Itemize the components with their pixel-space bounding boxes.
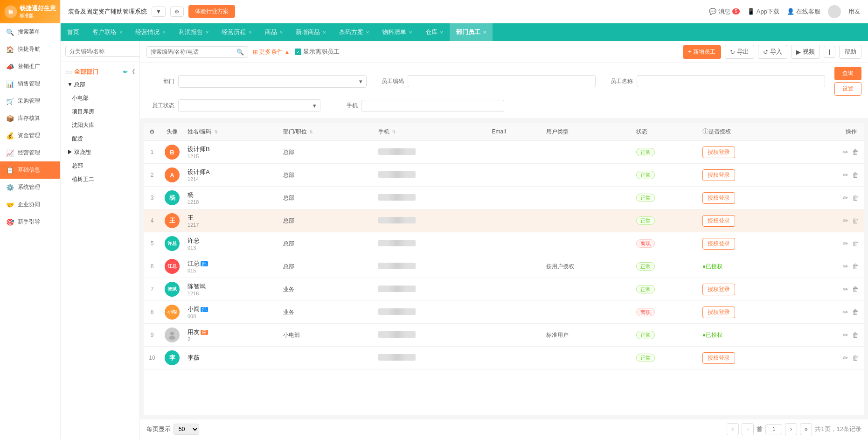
page-input[interactable]: [765, 424, 782, 434]
next-page-btn[interactable]: ›: [785, 423, 797, 435]
search-input[interactable]: [151, 49, 235, 55]
app-download-btn[interactable]: 📱 App下载: [747, 7, 779, 16]
tab-home[interactable]: 首页: [61, 23, 86, 41]
dept-item-project[interactable]: 项目库房: [61, 105, 139, 118]
tab-warehouse[interactable]: 仓库×: [419, 23, 450, 41]
edit-icon[interactable]: ✏: [843, 263, 848, 270]
phone-filter-input[interactable]: [361, 100, 504, 112]
trial-plan-btn[interactable]: 体验行业方案: [188, 5, 235, 18]
dept-collapse-icon[interactable]: 《: [129, 68, 135, 76]
edit-icon[interactable]: ✏: [843, 194, 848, 202]
authorize-btn[interactable]: 授权登录: [702, 192, 735, 204]
delete-icon[interactable]: 🗑: [852, 286, 859, 293]
sidebar-item-purchase[interactable]: 🛒采购管理: [0, 92, 60, 110]
authorize-btn[interactable]: 授权登录: [702, 215, 735, 227]
tab-close-add-goods[interactable]: ×: [323, 29, 326, 35]
prev-page-btn[interactable]: ‹: [742, 423, 754, 435]
tab-close-goods[interactable]: ×: [280, 29, 283, 35]
sidebar-item-sales[interactable]: 📊销售管理: [0, 75, 60, 92]
help-btn[interactable]: |: [824, 46, 835, 58]
tab-close-profit[interactable]: ×: [206, 29, 208, 35]
dropdown-btn[interactable]: ▼: [152, 7, 166, 17]
sidebar-item-basic-info[interactable]: 📋基础信息: [0, 161, 60, 179]
authorize-btn[interactable]: 授权登录: [702, 146, 735, 158]
dept-item-shuangluxiang[interactable]: ▶ 双鹿想: [61, 146, 139, 159]
dept-section-title[interactable]: ≡≡ 全部部门 ✏ 《: [61, 66, 139, 78]
dept-item-shenyang[interactable]: 沈阳大库: [61, 118, 139, 132]
tab-bom[interactable]: 物料清单×: [375, 23, 418, 41]
more-btn[interactable]: 帮助: [839, 45, 861, 59]
empcode-filter-input[interactable]: [408, 75, 596, 87]
sidebar-item-guide[interactable]: 🎯新手引导: [0, 213, 60, 230]
settings-icon[interactable]: ⚙: [149, 128, 155, 135]
sidebar-item-inventory[interactable]: 📦库存核算: [0, 110, 60, 127]
reset-btn[interactable]: 设置: [834, 82, 861, 96]
tab-close-operations[interactable]: ×: [162, 29, 165, 35]
edit-icon[interactable]: ✏: [843, 354, 848, 362]
sidebar-item-quicknav[interactable]: 🏠快捷导航: [0, 41, 60, 58]
delete-icon[interactable]: 🗑: [852, 308, 859, 316]
tab-operations[interactable]: 经营情况×: [129, 23, 172, 41]
page-size-select[interactable]: 50 20 100: [174, 424, 199, 435]
col-dept[interactable]: 部门/职位 ⇅: [279, 123, 375, 141]
dept-item-zhishu[interactable]: 植树王二: [61, 173, 139, 186]
query-btn[interactable]: 查询: [834, 67, 861, 80]
edit-icon[interactable]: ✏: [843, 286, 848, 293]
tab-customer[interactable]: 客户联络×: [86, 23, 129, 41]
delete-icon[interactable]: 🗑: [852, 217, 859, 224]
dept-item-xiaodibu[interactable]: 小电部: [61, 91, 139, 105]
settings-btn[interactable]: ⚙: [170, 7, 184, 17]
sidebar-item-system[interactable]: ⚙️系统管理: [0, 179, 60, 196]
authorize-btn[interactable]: 授权登录: [702, 169, 735, 181]
dept-item-zongbu[interactable]: 总部: [61, 159, 139, 173]
tab-close-barcode[interactable]: ×: [366, 29, 369, 35]
edit-icon[interactable]: ✏: [843, 331, 848, 339]
tab-close-history[interactable]: ×: [249, 29, 251, 35]
tab-history[interactable]: 经营历程×: [215, 23, 258, 41]
tab-close-customer[interactable]: ×: [119, 29, 122, 35]
dept-search-input[interactable]: [65, 46, 140, 57]
first-page-btn[interactable]: «: [727, 423, 739, 435]
import-btn[interactable]: ↺ 导入: [758, 45, 787, 59]
tab-close-warehouse[interactable]: ×: [440, 29, 443, 35]
sidebar-item-collab[interactable]: 🤝企业协同: [0, 196, 60, 213]
empstatus-filter-select[interactable]: ▾: [178, 99, 320, 112]
tab-goods[interactable]: 商品×: [258, 23, 289, 41]
delete-icon[interactable]: 🗑: [852, 240, 859, 247]
col-name[interactable]: 姓名/编码 ⇅: [184, 123, 279, 141]
tab-employees[interactable]: 部门员工×: [450, 23, 493, 41]
edit-icon[interactable]: ✏: [843, 217, 848, 224]
edit-icon[interactable]: ✏: [843, 240, 848, 247]
edit-icon[interactable]: ✏: [843, 148, 848, 156]
delete-icon[interactable]: 🗑: [852, 331, 859, 339]
delete-icon[interactable]: 🗑: [852, 354, 859, 362]
edit-icon[interactable]: ✏: [843, 308, 848, 316]
delete-icon[interactable]: 🗑: [852, 148, 859, 156]
sidebar-item-operations[interactable]: 📈经营管理: [0, 144, 60, 161]
col-phone[interactable]: 手机 ⇅: [375, 123, 488, 141]
messages-btn[interactable]: 💬 消息 5: [709, 7, 740, 16]
tab-close-employees[interactable]: ×: [483, 29, 486, 35]
show-departed-toggle[interactable]: ✓ 显示离职员工: [295, 48, 340, 56]
delete-icon[interactable]: 🗑: [852, 171, 859, 179]
sidebar-item-finance[interactable]: 💰资金管理: [0, 127, 60, 144]
sidebar-item-search[interactable]: 🔍搜索菜单: [0, 23, 60, 41]
search-icon[interactable]: 🔍: [236, 49, 244, 56]
delete-icon[interactable]: 🗑: [852, 263, 859, 270]
dept-item-root[interactable]: ▼ 总部: [61, 78, 139, 91]
sidebar-item-marketing[interactable]: 📣营销推广: [0, 58, 60, 75]
last-page-btn[interactable]: »: [800, 423, 812, 435]
tab-profit[interactable]: 利润报告×: [172, 23, 215, 41]
authorize-btn[interactable]: 授权登录: [702, 307, 735, 318]
authorize-btn[interactable]: 授权登录: [702, 284, 735, 295]
add-employee-btn[interactable]: + 新增员工: [683, 45, 721, 59]
more-conditions-btn[interactable]: ⊞ 更多条件 ▲: [253, 48, 290, 56]
online-service-btn[interactable]: 👤 在线客服: [787, 7, 820, 16]
authorize-btn[interactable]: 授权登录: [702, 352, 735, 364]
empname-filter-input[interactable]: [637, 75, 825, 87]
user-avatar[interactable]: [828, 5, 841, 18]
view-btn[interactable]: ▶ 视频: [791, 45, 820, 59]
tab-barcode[interactable]: 条码方案×: [333, 23, 375, 41]
dept-edit-icon[interactable]: ✏: [123, 69, 127, 75]
tab-close-bom[interactable]: ×: [409, 29, 412, 35]
